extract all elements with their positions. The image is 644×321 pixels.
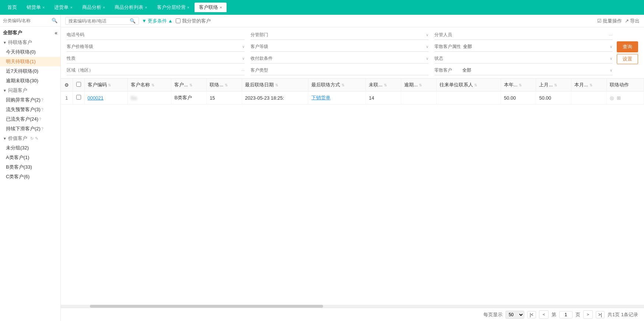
sidebar-item-b-class[interactable]: B类客户(33)	[0, 162, 60, 172]
chevron-down-icon[interactable]: ∨	[426, 56, 428, 61]
sidebar-item-a-class[interactable]: A类客户(1)	[0, 153, 60, 162]
my-customers-checkbox[interactable]: 我分管的客户	[176, 18, 211, 24]
sidebar-item-churn-warning[interactable]: 流失预警客户(3) ?	[0, 105, 60, 114]
action-phone-icon[interactable]: ◎	[610, 95, 614, 101]
more-icon[interactable]: ···	[241, 68, 245, 73]
col-uncontacted: 未联... ⇅	[366, 79, 401, 92]
sidebar-item-tomorrow-contact[interactable]: 明天待联络(1)	[0, 57, 60, 66]
more-icon[interactable]: ···	[609, 33, 612, 37]
select-all-check[interactable]	[76, 82, 81, 87]
sidebar-item-declining[interactable]: 持续下滑客户(2) ?	[0, 124, 60, 134]
sort-icon[interactable]: ⇅	[108, 83, 111, 87]
filter-dept: 分管部门 ∨	[251, 30, 428, 40]
col-check[interactable]	[73, 79, 84, 92]
sidebar-item-7days-contact[interactable]: 近7天待联络(0)	[0, 66, 60, 76]
col-this-month: 本月... ⇅	[571, 79, 607, 92]
col-last-contact-method: 最后联络方式 ⇅	[308, 79, 366, 92]
search-icon[interactable]: 🔍	[52, 18, 57, 23]
chevron-down-icon[interactable]: ∨	[426, 33, 428, 37]
close-icon[interactable]: ×	[103, 5, 105, 10]
close-icon[interactable]: ×	[187, 5, 189, 10]
sort-icon[interactable]: ⇅	[419, 83, 422, 87]
search-input-wrap: 🔍	[65, 17, 139, 25]
nav-item-analysis-list[interactable]: 商品分析列表 ×	[110, 3, 151, 12]
search-icon[interactable]: 🔍	[130, 18, 136, 24]
last-page-btn[interactable]: >|	[596, 311, 605, 318]
sort-icon[interactable]: ⇅	[151, 83, 154, 87]
main-layout: 🔍 全部客户 « ▼ 待联络客户 今天待联络(0) 明天待联络(1) 近7天待联…	[0, 15, 644, 321]
sidebar-search-input[interactable]	[3, 18, 50, 23]
collapse-icon[interactable]: «	[55, 30, 57, 36]
per-page-select[interactable]: 50 100 200	[505, 311, 524, 319]
filter-region: 区域（地区） ···	[67, 66, 245, 75]
filter-retail-attr: 零散客户属性 全部 ∨	[434, 42, 612, 52]
sort-icon[interactable]: ⇅	[519, 83, 522, 87]
row-last-contact-method[interactable]: 下销货单	[308, 92, 366, 104]
col-overdue: 逾期... ⇅	[401, 79, 436, 92]
sort-icon[interactable]: ⇅	[189, 83, 192, 87]
scrollbar-thumb[interactable]	[90, 305, 323, 308]
sidebar-item-repurchase-abnormal[interactable]: 回购异常客户(2) ?	[0, 95, 60, 105]
chevron-down-icon: ▼	[3, 89, 7, 93]
page-input[interactable]	[559, 311, 573, 318]
nav-item-customer-ops[interactable]: 客户分层经营 ×	[153, 3, 194, 12]
nav-item-sales[interactable]: 销货单 ×	[22, 3, 49, 12]
close-icon[interactable]: ×	[70, 5, 72, 10]
sidebar: 🔍 全部客户 « ▼ 待联络客户 今天待联络(0) 明天待联络(1) 近7天待联…	[0, 15, 61, 321]
search-input[interactable]	[69, 18, 130, 24]
col-gear[interactable]: ⚙	[61, 79, 73, 92]
nav-item-purchase[interactable]: 进货单 ×	[50, 3, 77, 12]
batch-action-btn[interactable]: ☑ 批量操作	[597, 18, 622, 24]
filter-row-3: 性质 ∨ 收付款条件 ∨ 状态 ∨	[67, 54, 612, 63]
next-page-btn[interactable]: ＞	[583, 310, 593, 319]
set-button[interactable]: 设置	[617, 54, 638, 64]
row-num: 1	[61, 92, 73, 104]
more-conditions-btn[interactable]: ▼ 更多条件 ▲	[142, 18, 173, 24]
prev-page-btn[interactable]: ＜	[539, 310, 549, 319]
nav-home[interactable]: 首页	[3, 3, 21, 12]
sidebar-item-churned[interactable]: 已流失客户(24) ?	[0, 114, 60, 124]
chevron-down-icon[interactable]: ∨	[242, 56, 245, 61]
chevron-down-icon[interactable]: ∨	[610, 45, 612, 49]
export-btn[interactable]: ↗ 导出	[625, 18, 640, 24]
close-icon[interactable]: ×	[42, 5, 45, 10]
sort-icon[interactable]: ⇅	[275, 83, 278, 87]
row-code[interactable]: 000021	[84, 92, 128, 104]
sidebar-item-c-class[interactable]: C类客户(6)	[0, 172, 60, 182]
filter-payment: 收付款条件 ∨	[251, 54, 428, 63]
action-grid-icon[interactable]: ⊞	[617, 95, 621, 101]
nav-item-customer-contact[interactable]: 客户联络 ×	[195, 3, 226, 12]
row-action[interactable]: ◎ ⊞	[607, 92, 644, 104]
horizontal-scrollbar[interactable]	[61, 305, 644, 308]
sidebar-item-overdue-contact[interactable]: 逾期未联络(30)	[0, 76, 60, 86]
query-button[interactable]: 查询	[617, 41, 638, 52]
sidebar-search-wrap: 🔍	[0, 15, 60, 27]
sort-icon[interactable]: ⇅	[342, 83, 344, 87]
sort-icon[interactable]: ⇅	[589, 83, 592, 87]
row-last-month: 50.00	[536, 92, 571, 104]
filter-action-buttons: 查询 设置	[617, 30, 638, 75]
row-last-contact-date: 2023-05-23 18:25:	[242, 92, 308, 104]
first-page-btn[interactable]: |<	[527, 311, 536, 318]
filter-icon: ▼	[142, 18, 147, 24]
row-check[interactable]	[73, 92, 84, 104]
close-icon[interactable]: ×	[145, 5, 147, 10]
sort-icon[interactable]: ⇅	[225, 83, 228, 87]
chevron-down-icon[interactable]: ∨	[610, 56, 612, 61]
row-checkbox[interactable]	[76, 95, 81, 100]
edit-icon[interactable]: ✎	[35, 136, 38, 141]
row-contacts: 15	[207, 92, 242, 104]
chevron-down-icon: ▼	[3, 137, 7, 141]
refresh-icon[interactable]: ↻	[30, 136, 34, 141]
close-icon[interactable]: ×	[220, 5, 222, 10]
sort-icon[interactable]: ⇅	[474, 83, 477, 87]
sidebar-item-ungrouped[interactable]: 未分组(32)	[0, 143, 60, 153]
chevron-down-icon[interactable]: ∨	[426, 45, 428, 49]
my-customers-check[interactable]	[176, 18, 181, 23]
sidebar-item-today-contact[interactable]: 今天待联络(0)	[0, 47, 60, 57]
sort-icon[interactable]: ⇅	[554, 83, 557, 87]
chevron-down-icon[interactable]: ∨	[610, 68, 612, 72]
sort-icon[interactable]: ⇅	[384, 83, 387, 87]
nav-item-analysis[interactable]: 商品分析 ×	[78, 3, 109, 12]
chevron-down-icon[interactable]: ∨	[242, 45, 245, 49]
